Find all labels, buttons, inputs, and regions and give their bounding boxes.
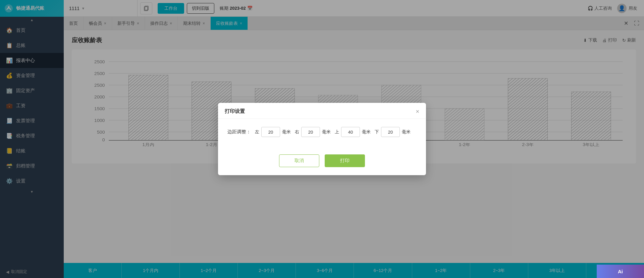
top-margin-input[interactable] [341,127,360,137]
print-settings-dialog: 打印设置 × 边距调整： 左 毫米 右 毫米 上 毫米 [218,103,426,175]
print-confirm-button[interactable]: 打印 [325,154,365,167]
bottom-unit: 毫米 [402,129,411,135]
bottom-margin-group: 下 毫米 [375,127,411,137]
cancel-button[interactable]: 取消 [279,154,319,167]
right-margin-input[interactable] [301,127,320,137]
left-label: 左 [255,129,259,135]
dialog-close-button[interactable]: × [416,109,419,115]
bottom-label: 下 [375,129,379,135]
left-margin-group: 左 毫米 [255,127,291,137]
dialog-body: 边距调整： 左 毫米 右 毫米 上 毫米 下 [218,119,426,152]
margin-row: 边距调整： 左 毫米 右 毫米 上 毫米 下 [227,127,417,137]
bottom-margin-input[interactable] [381,127,400,137]
top-label: 上 [335,129,339,135]
modal-overlay[interactable]: 打印设置 × 边距调整： 左 毫米 右 毫米 上 毫米 [0,0,644,278]
ai-label: Ai [618,269,623,274]
dialog-footer: 取消 打印 [218,152,426,175]
right-margin-group: 右 毫米 [295,127,331,137]
top-unit: 毫米 [362,129,371,135]
dialog-title: 打印设置 [225,108,245,115]
right-label: 右 [295,129,299,135]
left-margin-input[interactable] [261,127,280,137]
ai-badge[interactable]: Ai [597,265,644,278]
left-unit: 毫米 [282,129,291,135]
right-unit: 毫米 [322,129,331,135]
dialog-header: 打印设置 × [218,103,426,119]
margin-label: 边距调整： [227,129,251,135]
top-margin-group: 上 毫米 [335,127,371,137]
